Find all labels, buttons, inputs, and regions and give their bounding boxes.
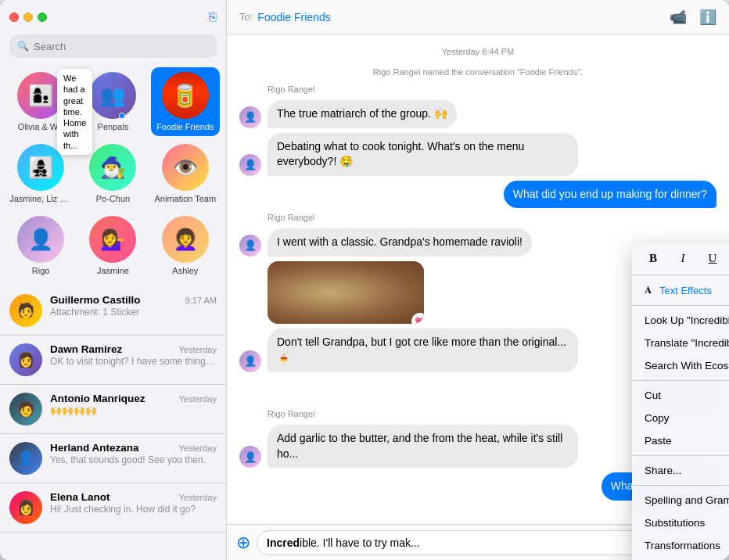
conv-body: Dawn Ramirez Yesterday OK to visit tonig… bbox=[50, 343, 217, 367]
avatar-img: 👁️ bbox=[162, 144, 209, 191]
search-ecosia-label: Search With Ecosia bbox=[645, 360, 729, 372]
message-bubble: Add garlic to the butter, and the from t… bbox=[268, 425, 578, 468]
speech-menu-item[interactable]: Speech ▶ bbox=[632, 557, 729, 560]
avatar-label: Jasmine, Liz &... bbox=[9, 194, 72, 203]
conversation-list: 🧑 Guillermo Castillo 9:17 AM Attachment:… bbox=[0, 286, 226, 560]
avatar-label: Jasmine bbox=[97, 266, 129, 275]
conv-body: Guillermo Castillo 9:17 AM Attachment: 1… bbox=[50, 294, 217, 318]
text-effects-menu-item[interactable]: 𝐀 Text Effects ▶ bbox=[632, 278, 729, 302]
look-up-menu-item[interactable]: Look Up "Incredible. I'll have to try...… bbox=[632, 309, 729, 332]
input-regular-text: ible. I'll have to try mak... bbox=[300, 537, 420, 549]
spelling-menu-item[interactable]: Spelling and Grammar ▶ bbox=[632, 489, 729, 512]
conv-avatar: 👩 bbox=[9, 343, 42, 376]
message-avatar: 👤 bbox=[239, 154, 261, 176]
transformations-menu-item[interactable]: Transformations ▶ bbox=[632, 534, 729, 557]
share-menu-item[interactable]: Share... bbox=[632, 459, 729, 482]
avatar-img: 🧙‍♂️ bbox=[89, 144, 136, 191]
food-image bbox=[268, 261, 424, 324]
message-bubble: The true matriarch of the group. 🙌 bbox=[268, 100, 457, 128]
sender-label: Rigo Rangel bbox=[268, 84, 716, 94]
heart-reaction: 💗 bbox=[411, 313, 424, 324]
video-call-button[interactable]: 📹 bbox=[670, 9, 687, 26]
avatar-grid: We had a great time. Home with th... 👩‍👦… bbox=[0, 64, 226, 286]
search-input[interactable] bbox=[34, 41, 209, 52]
substitutions-menu-item[interactable]: Substitutions ▶ bbox=[632, 512, 729, 534]
bold-format-button[interactable]: B bbox=[645, 252, 662, 265]
avatar-cell-olivia-will[interactable]: We had a great time. Home with th... 👩‍👦… bbox=[6, 67, 75, 136]
image-message: 💗 bbox=[268, 261, 424, 324]
translate-menu-item[interactable]: Translate "Incredible. I'll have to try.… bbox=[632, 332, 729, 354]
share-label: Share... bbox=[645, 465, 681, 476]
chat-actions: 📹 ℹ️ bbox=[670, 9, 716, 26]
avatar-label: Rigo bbox=[32, 266, 50, 275]
avatar-cell-animation-team[interactable]: 👁️ Animation Team bbox=[151, 139, 220, 208]
conv-name: Dawn Ramirez bbox=[50, 343, 122, 355]
transformations-label: Transformations bbox=[645, 540, 720, 551]
paste-label: Paste bbox=[645, 435, 672, 447]
copy-menu-item[interactable]: Copy bbox=[632, 407, 729, 429]
avatar-label: Ashley bbox=[172, 266, 198, 275]
conv-name: Elena Lanot bbox=[50, 491, 110, 503]
italic-format-button[interactable]: I bbox=[674, 252, 691, 265]
conv-preview: 🙌🙌🙌🙌 bbox=[50, 405, 217, 416]
chat-header: To: Foodie Friends 📹 ℹ️ bbox=[227, 0, 729, 34]
avatar-cell-jasmine2[interactable]: 💁‍♀️ Jasmine bbox=[78, 211, 147, 280]
message-avatar: 👤 bbox=[239, 350, 261, 372]
conv-preview: Hi! Just checking in. How did it go? bbox=[50, 504, 217, 515]
conv-body: Elena Lanot Yesterday Hi! Just checking … bbox=[50, 491, 217, 515]
maximize-button[interactable] bbox=[38, 13, 47, 22]
close-button[interactable] bbox=[9, 13, 19, 22]
message-row: 👤 Debating what to cook tonight. What's … bbox=[239, 133, 716, 176]
conversation-item-dawn[interactable]: 👩 Dawn Ramirez Yesterday OK to visit ton… bbox=[0, 336, 226, 385]
context-menu: B I U S 𝐀 Text Effects ▶ Look Up "Incred… bbox=[632, 242, 729, 560]
conv-time: Yesterday bbox=[178, 345, 217, 354]
format-section: B I U S bbox=[632, 242, 729, 275]
avatar-cell-ashley[interactable]: 👩‍🦱 Ashley bbox=[151, 211, 220, 280]
text-effects-section: 𝐀 Text Effects ▶ bbox=[632, 275, 729, 306]
message-avatar: 👤 bbox=[239, 235, 261, 257]
conversation-item-antonio[interactable]: 🧑 Antonio Manriquez Yesterday 🙌🙌🙌🙌 bbox=[0, 385, 226, 434]
compose-button[interactable]: ⎘ bbox=[209, 10, 217, 24]
look-up-label: Look Up "Incredible. I'll have to try...… bbox=[645, 314, 729, 326]
avatar-cell-rigo[interactable]: 👤 Rigo bbox=[6, 211, 75, 280]
conv-time: Yesterday bbox=[178, 443, 217, 453]
chat-group-name: Foodie Friends bbox=[257, 11, 330, 23]
input-bold-text: Incred bbox=[267, 537, 300, 549]
conversation-item-herland[interactable]: 👤 Herland Antezana Yesterday Yes, that s… bbox=[0, 434, 226, 483]
add-attachment-button[interactable]: ⊕ bbox=[236, 533, 250, 553]
conv-avatar: 👩 bbox=[9, 491, 42, 524]
conversation-item-guillermo[interactable]: 🧑 Guillermo Castillo 9:17 AM Attachment:… bbox=[0, 286, 226, 336]
message-bubble-me: What did you end up making for dinner? bbox=[504, 181, 716, 209]
messages-window: ⎘ 🔍 We had a great time. Home with th...… bbox=[0, 0, 729, 560]
sidebar: ⎘ 🔍 We had a great time. Home with th...… bbox=[0, 0, 227, 560]
message-input-text[interactable]: Incredible. I'll have to try mak... bbox=[267, 537, 420, 549]
avatar-label: Animation Team bbox=[154, 194, 216, 203]
message-row: 👤 The true matriarch of the group. 🙌 bbox=[239, 100, 716, 128]
cut-label: Cut bbox=[645, 389, 661, 401]
lookup-section: Look Up "Incredible. I'll have to try...… bbox=[632, 306, 729, 381]
conv-name: Guillermo Castillo bbox=[50, 294, 141, 306]
info-button[interactable]: ℹ️ bbox=[699, 9, 716, 26]
conv-name: Herland Antezana bbox=[50, 442, 139, 454]
conv-body: Herland Antezana Yesterday Yes, that sou… bbox=[50, 442, 217, 465]
minimize-button[interactable] bbox=[23, 13, 33, 22]
conv-preview: Yes, that sounds good! See you then. bbox=[50, 454, 217, 465]
avatar-img: 👤 bbox=[17, 216, 64, 263]
avatar-cell-foodie-friends[interactable]: 🥫 Foodie Friends bbox=[151, 67, 220, 136]
underline-format-button[interactable]: U bbox=[704, 252, 721, 265]
main-chat: To: Foodie Friends 📹 ℹ️ Yesterday 8:44 P… bbox=[227, 0, 729, 560]
system-message: Rigo Rangel named the conversation "Food… bbox=[239, 67, 716, 77]
conv-avatar: 👤 bbox=[9, 442, 42, 475]
avatar-label: Foodie Friends bbox=[156, 122, 214, 131]
conversation-item-elena[interactable]: 👩 Elena Lanot Yesterday Hi! Just checkin… bbox=[0, 483, 226, 533]
message-avatar: 👤 bbox=[239, 446, 261, 468]
cut-menu-item[interactable]: Cut bbox=[632, 384, 729, 407]
message-avatar: 👤 bbox=[239, 106, 261, 128]
avatar-img: 🥫 bbox=[162, 72, 209, 119]
paste-menu-item[interactable]: Paste bbox=[632, 429, 729, 452]
search-ecosia-menu-item[interactable]: Search With Ecosia bbox=[632, 354, 729, 377]
conv-preview: OK to visit tonight? I have some things … bbox=[50, 356, 217, 367]
avatar-label: Penpals bbox=[98, 122, 129, 131]
sender-label: Rigo Rangel bbox=[268, 213, 716, 222]
conv-time: Yesterday bbox=[178, 493, 217, 502]
